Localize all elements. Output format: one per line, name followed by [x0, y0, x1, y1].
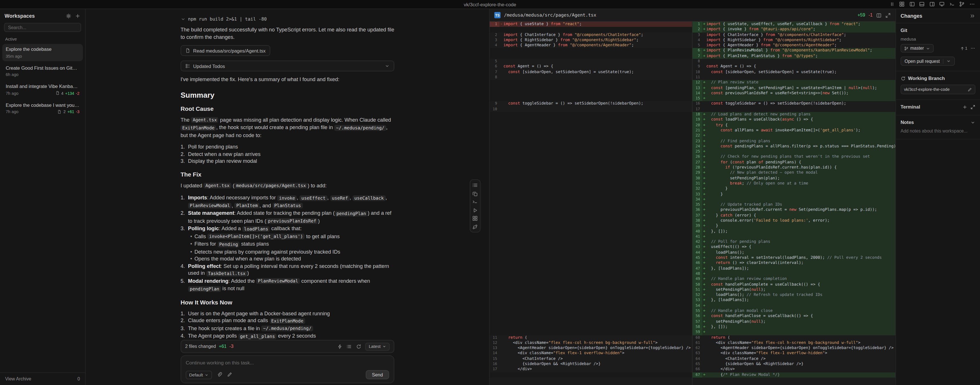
notes-placeholder[interactable]: Add notes about this workspace... [900, 129, 975, 134]
diff-line [490, 208, 692, 213]
diff-line: 3import { ChatInterface } from "@/compon… [692, 32, 896, 38]
diff-line: 18+ // Load plans and detect new pending… [692, 112, 896, 118]
terminal-icon[interactable] [949, 2, 955, 8]
workspace-item[interactable]: Explore the codebase35m ago [2, 44, 83, 61]
changes-summary-bar[interactable]: 2 files changed +61 -3 Latest [181, 340, 394, 353]
diff-line: 28+ if (!previousPlanIdsRef.current.has(… [692, 165, 896, 170]
diff-line [490, 287, 692, 293]
run-icon[interactable] [472, 207, 478, 213]
chevron-down-icon [382, 344, 386, 348]
git-branch-icon[interactable] [959, 2, 965, 8]
diff-line [490, 112, 692, 118]
diff-line [490, 165, 692, 170]
file-icon [57, 110, 62, 114]
new-workspace-icon[interactable] [75, 13, 81, 19]
titlebar-actions [889, 2, 980, 8]
working-branch-field[interactable]: vk/3ccf-explore-the-code [900, 84, 975, 94]
collapse-panel-icon[interactable] [970, 13, 975, 19]
inline-code: ~/.medusa/pending/ [334, 125, 386, 130]
view-archive-label: View Archive [5, 376, 31, 382]
diff-line: 48+ [692, 271, 896, 277]
git-branch-icon [904, 46, 908, 51]
tool-result[interactable]: Read medusa/src/pages/Agent.tsx [181, 45, 270, 56]
panel-left-icon[interactable] [909, 2, 915, 8]
conversation-scroll[interactable]: npm run build 2>&1 | tail -80The build c… [86, 9, 489, 340]
tool-command[interactable]: npm run build 2>&1 | tail -80 [181, 17, 394, 22]
open-pr-button[interactable]: Open pull request [900, 57, 955, 66]
expand-terminal-icon[interactable] [970, 104, 975, 110]
diff-line [490, 123, 692, 128]
more-options-icon[interactable] [969, 2, 975, 8]
layout-icon[interactable] [472, 215, 478, 221]
notes-chevron-icon[interactable] [970, 120, 975, 125]
expand-diff-icon[interactable] [885, 12, 891, 18]
inline-code: useEffect [300, 195, 328, 201]
workspace-list: Explore the codebase35m agoCreate Good F… [0, 44, 85, 372]
outline-icon[interactable] [472, 182, 478, 188]
terminal-icon[interactable] [472, 199, 478, 205]
edit-icon[interactable] [227, 372, 232, 377]
panel-bottom-icon[interactable] [919, 2, 925, 8]
latest-dropdown[interactable]: Latest [366, 342, 390, 350]
chat-paragraph: The build completed successfully with no… [181, 26, 394, 41]
attach-icon[interactable] [216, 372, 222, 377]
panel-right-icon[interactable] [929, 2, 935, 8]
diff-line [490, 96, 692, 102]
diff-line: 22+ [692, 133, 896, 138]
bold-text: Imports [188, 195, 207, 200]
refresh-icon[interactable] [356, 344, 361, 349]
pause-icon[interactable] [889, 2, 895, 8]
changes-panel: Changes Git medusa master 1 [896, 9, 980, 385]
auto-run-icon[interactable] [337, 344, 342, 349]
diff-line: 35+ // Update tracked plan IDs [692, 202, 896, 208]
diff-line: 44+ loadPlans(); [692, 250, 896, 256]
diff-line: 1-import { useState } from "react"; [490, 22, 692, 27]
file-type-badge: TS [494, 12, 501, 18]
file-count: 4 [61, 91, 64, 95]
message-input[interactable] [186, 360, 389, 366]
diff-line: 21+ const allPlans = await invoke<PlanIt… [692, 128, 896, 134]
diff-line [490, 218, 692, 224]
split-view-icon[interactable] [876, 12, 882, 18]
compare-icon[interactable] [472, 224, 478, 230]
diff-line: 46+ return () => clearInterval(interval)… [692, 261, 896, 266]
diff-line [490, 181, 692, 186]
diff-line: 13 <AgentHeader sidebarOpen={sidebarOpen… [490, 345, 692, 351]
copy-icon[interactable] [472, 191, 478, 197]
workspace-item[interactable]: Explore the codebase I want you to ex...… [2, 100, 83, 116]
monitor-icon[interactable] [939, 2, 945, 8]
diff-content[interactable]: 1-import { useState } from "react";2impo… [490, 22, 896, 385]
diff-line: 12+ // Plan review state [692, 80, 896, 86]
diff-line: 32+ } [692, 186, 896, 192]
git-section: Git medusa master 1 Open pul [896, 24, 980, 72]
new-terminal-icon[interactable] [962, 104, 967, 110]
diff-line: 45+ const interval = setInterval(loadPla… [692, 255, 896, 261]
git-more-icon[interactable] [970, 46, 975, 51]
workspace-deletions: -3 [76, 110, 80, 114]
inline-code: pendingPlan [188, 286, 221, 292]
branch-selector[interactable]: master [900, 44, 934, 52]
sidebar-title: Workspaces [5, 13, 35, 19]
diff-line: 7 const [sidebarOpen, setSidebarOpen] = … [490, 69, 692, 75]
model-selector[interactable]: Default [186, 371, 212, 379]
diff-line: 66 </div> [692, 367, 896, 372]
chat-list: 1.Poll for pending plans2.Detect when a … [181, 143, 394, 165]
workspace-item[interactable]: Create Good First Issues on Github So...… [2, 62, 83, 80]
workspace-item[interactable]: Install and integrate Vibe Kanban Web...… [2, 81, 83, 98]
workspace-settings-icon[interactable] [66, 13, 72, 19]
archive-count: 0 [78, 376, 80, 382]
send-button[interactable]: Send [366, 370, 389, 379]
layout-grid-icon[interactable] [899, 2, 905, 8]
diff-line: 1+import { useState, useEffect, useRef, … [692, 22, 896, 27]
workspace-search-input[interactable] [4, 23, 81, 32]
diff-line: 38+ console.error('Failed to load plans:… [692, 218, 896, 224]
diff-deletions: -1 [869, 13, 873, 18]
git-section-title: Git [900, 27, 907, 33]
chevron-down-icon [926, 46, 930, 51]
diff-line: 11 return ( [490, 335, 692, 340]
todos-collapsible[interactable]: Updated Todos [181, 60, 394, 72]
diff-line: 39+ } [692, 224, 896, 229]
diff-line: 10 const [sidebarOpen, setSidebarOpen] =… [692, 69, 896, 75]
view-archive[interactable]: View Archive 0 [0, 372, 85, 385]
queue-icon[interactable] [347, 344, 352, 349]
